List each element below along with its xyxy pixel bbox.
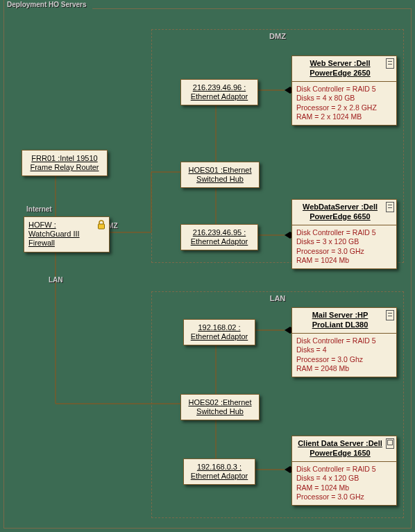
node-hofw: HOFW :WatchGuard III Firewall xyxy=(24,216,110,252)
node-hoes01: HOES01 :EthernetSwitched Hub xyxy=(180,162,260,188)
node-hoes02: HOES02 :EthernetSwitched Hub xyxy=(180,394,260,420)
workstation-icon xyxy=(386,438,394,449)
node-webdata-server: WebDataServer :DellPowerEdge 6650 Disk C… xyxy=(291,199,397,269)
boundary-label-lan: LAN xyxy=(270,294,286,302)
node-ea4: 192.168.0.3 :Ethernet Adaptor xyxy=(183,458,255,485)
label-lan: LAN xyxy=(49,276,63,284)
server-icon xyxy=(386,310,394,320)
lock-icon xyxy=(96,220,106,230)
node-client-server: Client Data Server :DellPowerEdge 1650 D… xyxy=(291,436,397,506)
node-mail-server: Mail Server :HPProLiant DL380 Disk Contr… xyxy=(291,307,397,377)
boundary-label-dmz: DMZ xyxy=(269,32,286,40)
server-icon xyxy=(386,202,394,212)
label-internet: Internet xyxy=(26,205,52,213)
server-icon xyxy=(386,58,394,69)
diagram-canvas: Deployment HO Servers DMZ LAN xyxy=(0,0,415,532)
node-ea3: 192.168.02 :Ethernet Adaptor xyxy=(183,319,255,345)
node-frr01: FRR01 :Intel 19510Frame Relay Router xyxy=(22,150,108,176)
node-ea1: 216.239.46.96 :Ethernet Adaptor xyxy=(180,79,258,105)
node-web-server: Web Server :DellPowerEdge 2650 Disk Cont… xyxy=(291,55,397,126)
svg-rect-19 xyxy=(99,224,105,229)
node-ea2: 216.239.46.95 :Ethernet Adaptor xyxy=(180,224,258,250)
frame-title: Deployment HO Servers xyxy=(3,0,93,9)
